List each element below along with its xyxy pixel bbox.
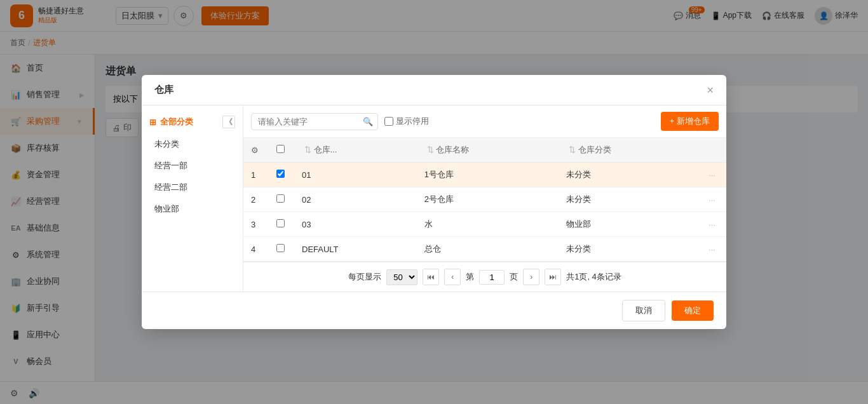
modal-title: 仓库 bbox=[154, 84, 173, 96]
grid-icon: ⊞ bbox=[149, 118, 156, 127]
table-header: ⚙ ⇅ 仓库... ⇅ bbox=[243, 138, 726, 163]
page-unit: 页 bbox=[510, 271, 518, 283]
row-checkbox[interactable] bbox=[269, 212, 294, 237]
category-panel: ⊞ 全部分类 《 未分类 经营一部 经营二部 物业部 bbox=[142, 105, 243, 292]
content-panel: 🔍 显示停用 + 新增仓库 ⚙ bbox=[243, 105, 726, 292]
content-toolbar: 🔍 显示停用 + 新增仓库 bbox=[243, 105, 726, 138]
modal-close-button[interactable]: × bbox=[707, 84, 714, 96]
search-input[interactable] bbox=[251, 113, 378, 130]
table-row[interactable]: 1 01 1号仓库 未分类 ··· bbox=[243, 163, 726, 187]
row-num: 1 bbox=[243, 163, 269, 187]
row-checkbox[interactable] bbox=[269, 163, 294, 187]
th-gear: ⚙ bbox=[243, 138, 269, 163]
row-category: 未分类 bbox=[559, 237, 701, 262]
modal-footer: 取消 确定 bbox=[142, 292, 726, 329]
page-label: 第 bbox=[466, 271, 474, 283]
warehouse-table: ⚙ ⇅ 仓库... ⇅ bbox=[243, 138, 726, 262]
last-page-button[interactable]: ⏭ bbox=[545, 269, 561, 285]
next-page-button[interactable]: › bbox=[523, 269, 539, 285]
sort-icon-category: ⇅ bbox=[569, 145, 576, 154]
row-actions[interactable]: ··· bbox=[701, 237, 726, 262]
warehouse-table-body: 1 01 1号仓库 未分类 ··· 2 02 2号仓库 未分类 ··· 3 03… bbox=[243, 163, 726, 262]
row-num: 3 bbox=[243, 212, 269, 237]
sort-icon-no: ⇅ bbox=[304, 145, 311, 154]
row-actions[interactable]: ··· bbox=[701, 163, 726, 187]
category-item-none[interactable]: 未分类 bbox=[142, 133, 243, 155]
th-checkbox bbox=[269, 138, 294, 163]
row-name: 2号仓库 bbox=[417, 187, 559, 212]
show-disabled-checkbox[interactable] bbox=[384, 117, 393, 126]
search-wrap: 🔍 bbox=[251, 113, 378, 130]
row-no: 03 bbox=[294, 212, 417, 237]
total-info: 共1页, 4条记录 bbox=[566, 271, 621, 283]
category-item-dept1[interactable]: 经营一部 bbox=[142, 155, 243, 177]
show-disabled-text: 显示停用 bbox=[396, 116, 429, 127]
th-category: ⇅ 仓库分类 bbox=[559, 138, 701, 163]
per-page-label: 每页显示 bbox=[348, 271, 381, 283]
table-row[interactable]: 4 DEFAULT 总仓 未分类 ··· bbox=[243, 237, 726, 262]
modal-body: ⊞ 全部分类 《 未分类 经营一部 经营二部 物业部 🔍 bbox=[142, 105, 726, 292]
sort-icon-name: ⇅ bbox=[427, 145, 434, 154]
table-wrap: ⚙ ⇅ 仓库... ⇅ bbox=[243, 138, 726, 262]
warehouse-modal: 仓库 × ⊞ 全部分类 《 未分类 经营一部 经营二部 物业部 bbox=[142, 75, 726, 329]
all-categories-label: 全部分类 bbox=[160, 116, 193, 128]
row-name: 水 bbox=[417, 212, 559, 237]
table-row[interactable]: 2 02 2号仓库 未分类 ··· bbox=[243, 187, 726, 212]
row-num: 2 bbox=[243, 187, 269, 212]
row-category: 未分类 bbox=[559, 163, 701, 187]
prev-page-button[interactable]: ‹ bbox=[444, 269, 461, 285]
gear-th-icon: ⚙ bbox=[251, 145, 259, 155]
row-no: 01 bbox=[294, 163, 417, 187]
row-name: 1号仓库 bbox=[417, 163, 559, 187]
add-warehouse-button[interactable]: + 新增仓库 bbox=[661, 112, 719, 131]
row-no: 02 bbox=[294, 187, 417, 212]
row-actions[interactable]: ··· bbox=[701, 187, 726, 212]
th-name: ⇅ 仓库名称 bbox=[417, 138, 559, 163]
page-size-select[interactable]: 50 bbox=[386, 269, 417, 285]
first-page-button[interactable]: ⏮ bbox=[423, 269, 439, 285]
category-item-property[interactable]: 物业部 bbox=[142, 198, 243, 220]
row-checkbox[interactable] bbox=[269, 187, 294, 212]
page-input[interactable] bbox=[479, 270, 505, 285]
row-category: 未分类 bbox=[559, 187, 701, 212]
pagination: 每页显示 50 ⏮ ‹ 第 页 › ⏭ 共1页, 4条记录 bbox=[243, 262, 726, 292]
show-disabled-label[interactable]: 显示停用 bbox=[384, 116, 429, 127]
row-no: DEFAULT bbox=[294, 237, 417, 262]
cancel-button[interactable]: 取消 bbox=[622, 300, 665, 321]
all-categories-item[interactable]: ⊞ 全部分类 《 bbox=[142, 111, 243, 133]
row-num: 4 bbox=[243, 237, 269, 262]
category-item-dept2[interactable]: 经营二部 bbox=[142, 177, 243, 198]
row-checkbox[interactable] bbox=[269, 237, 294, 262]
modal-header: 仓库 × bbox=[142, 75, 726, 105]
th-actions bbox=[701, 138, 726, 163]
row-actions[interactable]: ··· bbox=[701, 212, 726, 237]
collapse-button[interactable]: 《 bbox=[222, 116, 235, 128]
modal-overlay[interactable]: 仓库 × ⊞ 全部分类 《 未分类 经营一部 经营二部 物业部 bbox=[0, 0, 868, 404]
select-all-checkbox[interactable] bbox=[276, 145, 285, 153]
row-category: 物业部 bbox=[559, 212, 701, 237]
confirm-button[interactable]: 确定 bbox=[672, 300, 714, 321]
search-icon[interactable]: 🔍 bbox=[363, 117, 373, 126]
row-name: 总仓 bbox=[417, 237, 559, 262]
table-row[interactable]: 3 03 水 物业部 ··· bbox=[243, 212, 726, 237]
th-no: ⇅ 仓库... bbox=[294, 138, 417, 163]
